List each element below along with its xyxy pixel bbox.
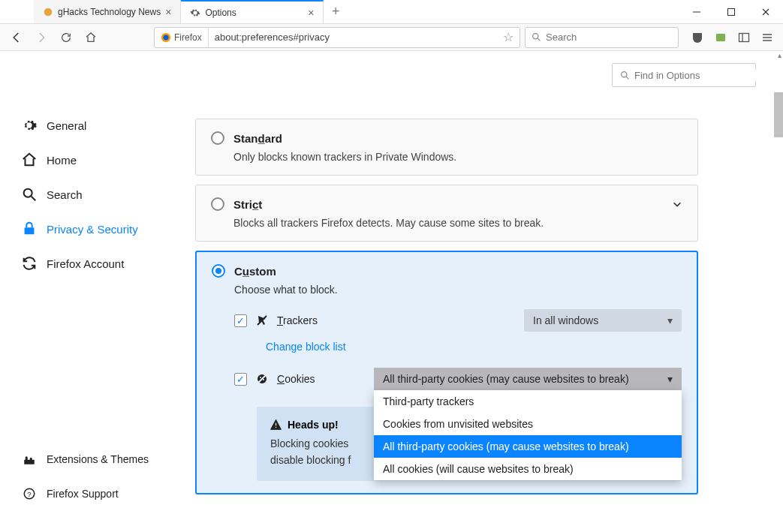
svg-point-0: [44, 8, 53, 16]
card-title: Strict: [233, 198, 262, 211]
sidebar-item-label: Privacy & Security: [47, 223, 138, 236]
svg-point-25: [263, 379, 264, 380]
chevron-down-icon: ▾: [667, 373, 673, 385]
close-icon[interactable]: ×: [165, 6, 171, 18]
back-button[interactable]: [6, 27, 26, 48]
cookies-option[interactable]: All cookies (will cause websites to brea…: [374, 458, 682, 480]
sidebar-item-extensions[interactable]: Extensions & Themes: [15, 443, 165, 475]
sidebar-item-label: Firefox Account: [47, 257, 124, 270]
sidebar-item-search[interactable]: Search: [15, 179, 165, 210]
warning-icon: [270, 419, 282, 431]
radio-standard[interactable]: [211, 131, 224, 145]
tab-strip: gHacks Technology News × Options × +: [0, 0, 679, 23]
identity-box[interactable]: Firefox: [155, 28, 209, 47]
cookies-option[interactable]: Third-party trackers: [374, 390, 682, 413]
svg-rect-27: [276, 422, 276, 425]
ublock-icon[interactable]: [688, 28, 706, 47]
change-block-list-link[interactable]: Change block list: [266, 341, 682, 353]
svg-rect-9: [716, 34, 725, 41]
cookies-icon: [256, 373, 268, 385]
tab-label: Options: [205, 8, 236, 18]
svg-rect-10: [739, 33, 749, 41]
sidebar-item-account[interactable]: Firefox Account: [15, 248, 165, 279]
checkbox-cookies[interactable]: ✓: [234, 373, 247, 386]
svg-line-8: [538, 38, 540, 41]
checkbox-trackers[interactable]: ✓: [234, 314, 247, 327]
svg-rect-2: [728, 8, 735, 15]
card-desc: Only blocks known trackers in Private Wi…: [233, 151, 682, 163]
svg-rect-28: [276, 426, 276, 427]
settings-main: Standard Only blocks known trackers in P…: [195, 66, 698, 517]
tab-ghacks[interactable]: gHacks Technology News ×: [34, 0, 181, 23]
bookmark-star-icon[interactable]: ☆: [497, 30, 519, 44]
cookies-label: Cookies: [277, 373, 315, 385]
trackers-select[interactable]: In all windows ▾: [524, 309, 682, 332]
lock-icon: [21, 221, 38, 237]
content-area: ▴ General Home Search Privacy & Security: [0, 51, 783, 532]
cookies-row: ✓ Cookies All third-party cookies (may c…: [234, 368, 682, 390]
address-bar[interactable]: Firefox ☆: [154, 27, 520, 48]
gear-icon: [190, 8, 200, 18]
cookies-dropdown-popup: Third-party trackers Cookies from unvisi…: [374, 390, 682, 480]
svg-text:?: ?: [27, 490, 32, 498]
sidebar-item-support[interactable]: ? Firefox Support: [15, 478, 165, 509]
new-tab-button[interactable]: +: [324, 0, 348, 23]
minimize-button[interactable]: [679, 0, 714, 23]
puzzle-icon: [21, 451, 38, 467]
tab-options[interactable]: Options ×: [181, 0, 324, 23]
radio-custom[interactable]: [212, 264, 225, 278]
select-value: In all windows: [533, 314, 598, 326]
card-standard[interactable]: Standard Only blocks known trackers in P…: [195, 119, 698, 176]
search-input[interactable]: [546, 32, 672, 43]
trackers-row: ✓ Trackers In all windows ▾: [234, 309, 682, 332]
close-icon[interactable]: ×: [308, 7, 314, 19]
search-box[interactable]: [525, 27, 679, 48]
sidebar-item-label: Extensions & Themes: [47, 453, 149, 465]
chevron-down-icon: ▾: [667, 314, 673, 326]
forward-button[interactable]: [31, 27, 51, 48]
sidebar-item-label: General: [47, 119, 86, 132]
home-button[interactable]: [81, 27, 101, 48]
url-input[interactable]: [209, 32, 497, 43]
svg-line-18: [32, 197, 36, 201]
help-icon: ?: [21, 485, 38, 502]
firefox-logo-icon: [161, 32, 171, 43]
cookies-select[interactable]: All third-party cookies (may cause websi…: [374, 368, 682, 390]
svg-point-24: [260, 377, 261, 378]
identity-label: Firefox: [174, 32, 202, 43]
cookies-option[interactable]: All third-party cookies (may cause websi…: [374, 435, 682, 458]
nav-toolbar: Firefox ☆: [0, 24, 783, 51]
card-title: Custom: [234, 265, 276, 278]
window-titlebar: gHacks Technology News × Options × +: [0, 0, 783, 24]
card-desc: Choose what to block.: [234, 284, 682, 296]
favicon-ghacks-icon: [43, 7, 53, 17]
card-title: Standard: [233, 132, 282, 145]
sidebar-item-general[interactable]: General: [15, 110, 165, 141]
sidebar-item-label: Firefox Support: [47, 488, 119, 500]
reload-button[interactable]: [56, 27, 76, 48]
close-window-button[interactable]: [748, 0, 783, 23]
card-strict[interactable]: Strict Blocks all trackers Firefox detec…: [195, 185, 698, 242]
chevron-down-icon[interactable]: [672, 199, 682, 209]
menu-button[interactable]: [758, 28, 777, 47]
sidebar-item-privacy[interactable]: Privacy & Security: [15, 213, 165, 245]
trackers-icon: [256, 314, 268, 326]
trackers-label: Trackers: [277, 314, 318, 326]
cookies-option[interactable]: Cookies from unvisited websites: [374, 413, 682, 435]
svg-rect-19: [25, 227, 35, 234]
options-page: General Home Search Privacy & Security F…: [0, 51, 783, 532]
sidebar-item-label: Home: [47, 154, 77, 167]
sidebar-item-home[interactable]: Home: [15, 144, 165, 176]
extension-icon[interactable]: [711, 28, 730, 47]
sync-icon: [21, 255, 38, 272]
sidebar-item-label: Search: [47, 188, 83, 201]
maximize-button[interactable]: [714, 0, 748, 23]
home-icon: [21, 152, 38, 168]
radio-strict[interactable]: [211, 197, 224, 211]
search-icon: [532, 32, 541, 42]
svg-point-17: [24, 189, 32, 197]
svg-point-6: [164, 35, 169, 40]
sidebar-icon[interactable]: [735, 28, 754, 47]
svg-point-7: [533, 34, 538, 39]
card-desc: Blocks all trackers Firefox detects. May…: [233, 217, 682, 229]
